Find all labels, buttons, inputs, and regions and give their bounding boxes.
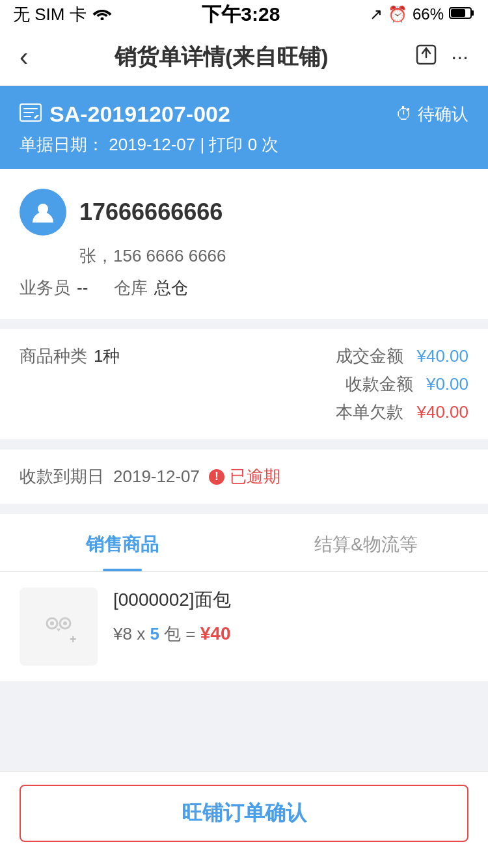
carrier-text: 无 SIM 卡 [13,3,87,26]
warehouse-item: 仓库 总仓 [114,277,188,299]
tab-sales-products[interactable]: 销售商品 [0,514,244,571]
tab-settlement-logistics[interactable]: 结算&物流等 [244,514,488,571]
amount-label-2: 本单欠款 [336,401,403,424]
order-header-top: SA-20191207-002 ⏱ 待确认 [20,102,468,127]
date-value: 2019-12-07 [109,135,195,154]
date-label: 单据日期： [20,135,104,154]
price-equals: = [185,624,200,644]
status-left: 无 SIM 卡 [13,3,113,26]
summary-left: 商品种类 1种 [20,345,120,368]
amount-row-2: 本单欠款 ¥40.00 [336,401,468,424]
order-id-text: SA-20191207-002 [49,102,230,127]
product-info-0: [0000002]面包 ¥8 x 5 包 = ¥40 [113,588,468,645]
product-price-row-0: ¥8 x 5 包 = ¥40 [113,623,468,645]
warehouse-label: 仓库 [114,277,148,299]
status-text: 待确认 [418,103,468,126]
product-price-0: ¥8 [113,624,132,644]
tabs-header: 销售商品 结算&物流等 [0,514,488,572]
svg-point-0 [100,17,103,20]
due-date-section: 收款到期日 2019-12-07 ! 已逾期 [0,450,488,504]
customer-row: 17666666666 [20,189,468,236]
product-name-0: [0000002]面包 [113,588,468,612]
customer-section: 17666666666 张，156 6666 6666 业务员 -- 仓库 总仓 [0,169,488,319]
order-header-card: SA-20191207-002 ⏱ 待确认 单据日期： 2019-12-07 |… [0,86,488,169]
svg-rect-3 [451,9,465,17]
page-title: 销货单详情(来自旺铺) [115,42,329,72]
amount-value-0: ¥40.00 [416,346,468,366]
amount-value-2: ¥40.00 [416,402,468,422]
sales-value: -- [77,278,88,298]
due-date-value: 2019-12-07 [113,467,200,487]
svg-rect-2 [471,10,474,16]
status-right: ↗ ⏰ 66% [370,5,475,23]
nav-actions: ··· [414,43,468,72]
tabs-section: 销售商品 结算&物流等 + [0,514,488,681]
product-total-0: ¥40 [200,623,231,644]
status-clock-icon: ⏱ [396,104,413,124]
share-icon[interactable] [414,43,438,72]
customer-meta: 业务员 -- 仓库 总仓 [20,277,468,299]
order-status: ⏱ 待确认 [396,103,468,126]
product-item-0: + [0000002]面包 ¥8 x 5 包 = ¥40 [20,588,468,666]
amount-row-0: 成交金额 ¥40.00 [336,345,468,368]
status-time: 下午3:28 [202,1,280,28]
order-date-row: 单据日期： 2019-12-07 | 打印 0 次 [20,133,468,156]
summary-section: 商品种类 1种 成交金额 ¥40.00 收款金额 ¥0.00 本单欠款 ¥40.… [0,329,488,439]
wifi-icon [92,5,113,25]
order-id-icon [20,102,42,127]
nav-bar: ‹ 销货单详情(来自旺铺) ··· [0,29,488,86]
product-list: + [0000002]面包 ¥8 x 5 包 = ¥40 [0,572,488,681]
back-button[interactable]: ‹ [20,42,28,72]
amount-row-1: 收款金额 ¥0.00 [346,373,468,396]
battery-icon [449,5,475,23]
svg-point-9 [50,621,54,625]
amount-label-0: 成交金额 [336,345,403,368]
summary-right: 成交金额 ¥40.00 收款金额 ¥0.00 本单欠款 ¥40.00 [336,345,468,424]
warehouse-value: 总仓 [154,277,188,299]
product-type-value: 1种 [94,345,120,368]
overdue-badge: ! 已逾期 [209,465,280,488]
overdue-text: 已逾期 [230,465,280,488]
print-info: | 打印 0 次 [200,135,278,154]
customer-name: 张，156 6666 6666 [79,245,468,267]
product-type-label: 商品种类 [20,345,87,368]
product-image-0: + [20,588,98,666]
order-id: SA-20191207-002 [20,102,230,127]
amount-value-1: ¥0.00 [426,374,468,394]
bottom-bar: 旺铺订单确认 [0,771,488,868]
alarm-icon: ⏰ [388,5,407,23]
price-multiply: x [137,624,150,644]
svg-point-10 [63,621,67,625]
avatar [20,189,66,236]
sales-label: 业务员 [20,277,70,299]
svg-text:+: + [70,632,77,645]
product-unit-0: 包 [164,624,181,644]
overdue-dot-icon: ! [209,469,224,485]
sales-staff-item: 业务员 -- [20,277,88,299]
amount-label-1: 收款金额 [346,373,413,396]
location-icon: ↗ [370,5,383,23]
product-quantity-0: 5 [150,624,159,644]
more-icon[interactable]: ··· [451,45,468,69]
confirm-order-button[interactable]: 旺铺订单确认 [20,785,468,842]
customer-phone: 17666666666 [79,198,223,226]
due-date-label: 收款到期日 [20,465,104,488]
battery-text: 66% [413,5,444,23]
status-bar: 无 SIM 卡 下午3:28 ↗ ⏰ 66% [0,0,488,29]
